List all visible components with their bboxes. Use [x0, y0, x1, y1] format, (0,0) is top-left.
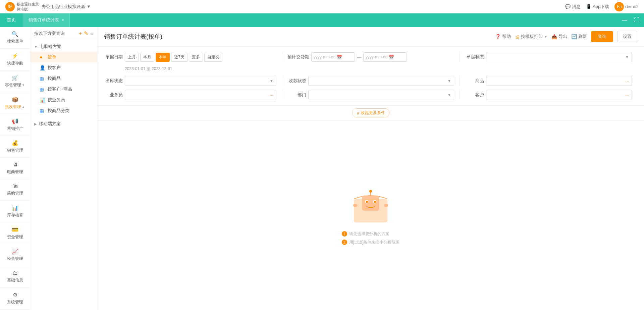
- logo-area: 好 畅捷通好生意 标准版: [5, 2, 39, 11]
- sidebar-item-sales[interactable]: 💰 销售管理: [0, 136, 30, 158]
- customer-dots[interactable]: ···: [625, 93, 629, 98]
- date-btn-custom[interactable]: 自定义: [204, 53, 222, 62]
- scheme-add-btn[interactable]: +: [79, 31, 82, 37]
- by-cust-goods-icon: ▦: [40, 87, 45, 92]
- main-layout: 🔍 搜索菜单 ⚡ 快捷导航 🛒 零售管理 ▼ 📦 批发管理 ▲ 📢 营销推广: [0, 27, 644, 310]
- search-icon: 🔍: [12, 31, 18, 37]
- tab-bar: 首页 销售订单统计表 × — ⛶: [0, 13, 644, 27]
- scheme-item-by-salesman[interactable]: 📊 按业务员: [30, 95, 97, 105]
- tab-bar-right: — ⛶: [620, 15, 644, 25]
- sidebar-item-search[interactable]: 🔍 搜索菜单: [0, 27, 30, 49]
- sales-icon: 💰: [12, 140, 18, 146]
- sidebar-item-finance[interactable]: 💳 资金管理: [0, 222, 30, 244]
- scheme-panel-header: 按以下方案查询 + ✎ «: [30, 27, 97, 40]
- operation-icon: 📈: [12, 248, 18, 255]
- sidebar-item-system[interactable]: ⚙ 系统管理: [0, 288, 30, 309]
- refresh-icon: 🔄: [571, 34, 577, 39]
- expected-date-start[interactable]: yyyy-mm-dd 📅: [311, 52, 355, 62]
- scheme-edit-btn[interactable]: ✎: [84, 30, 88, 37]
- collapse-arrow-icon: ∧: [357, 111, 360, 115]
- tab-maximize-icon[interactable]: ⛶: [632, 15, 641, 25]
- scheme-item-by-goods[interactable]: ▦ 按商品: [30, 73, 97, 84]
- refresh-btn[interactable]: 🔄 刷新: [571, 34, 587, 40]
- goods-input[interactable]: ···: [486, 76, 632, 86]
- app-download-btn[interactable]: 📱 App下载: [586, 4, 609, 10]
- content-area: 按以下方案查询 + ✎ « ▼ 电脑端方案 ● 按单 👤 按客户: [30, 27, 644, 310]
- template-print-btn[interactable]: 🖨 按模板打印 ▼: [515, 34, 547, 40]
- sidebar-item-wholesale[interactable]: 📦 批发管理 ▲: [0, 92, 30, 114]
- breadcrumb[interactable]: 办公用品行业模拟账套 ▼: [42, 4, 91, 10]
- help-icon: ❓: [495, 34, 501, 39]
- hint-num-2: 2: [342, 240, 347, 245]
- export-btn[interactable]: 📤 导出: [551, 34, 567, 40]
- date-btn-this-month[interactable]: 本月: [140, 53, 154, 62]
- status-select[interactable]: ▼: [486, 52, 632, 62]
- scheme-item-by-order[interactable]: ● 按单: [30, 52, 97, 62]
- message-btn[interactable]: 💬 消息: [565, 4, 581, 10]
- top-header: 好 畅捷通好生意 标准版 办公用品行业模拟账套 ▼ 💬 消息 📱 App下载 E…: [0, 0, 644, 13]
- settings-button[interactable]: 设置: [617, 31, 637, 42]
- receipt-select[interactable]: ▼: [308, 76, 454, 86]
- date-btn-this-year[interactable]: 本年: [156, 53, 170, 62]
- sidebar-item-marketing[interactable]: 📢 营销推广: [0, 114, 30, 136]
- logo-icon: 好: [5, 2, 15, 11]
- expected-date-end[interactable]: yyyy-mm-dd 📅: [363, 52, 407, 62]
- by-salesman-icon: 📊: [40, 97, 45, 103]
- query-button[interactable]: 查询: [591, 31, 613, 42]
- scheme-group-pc-label: 电脑端方案: [40, 44, 61, 50]
- tab-home[interactable]: 首页: [0, 13, 23, 27]
- customer-col: 客户 ···: [460, 90, 637, 100]
- scheme-panel: 按以下方案查询 + ✎ « ▼ 电脑端方案 ● 按单 👤 按客户: [30, 27, 97, 310]
- salesman-label: 业务员: [104, 92, 123, 98]
- page-actions: ❓ 帮助 🖨 按模板打印 ▼ 📤 导出 🔄: [495, 31, 637, 42]
- salesman-dots[interactable]: ···: [270, 93, 273, 98]
- sidebar-item-shortcut[interactable]: ⚡ 快捷导航: [0, 49, 30, 70]
- status-col: 单据状态 ▼: [460, 52, 637, 62]
- avatar: Ea: [614, 2, 624, 11]
- hint-1: 1 请先选择要分析的方案: [342, 231, 400, 237]
- scheme-group-pc-header[interactable]: ▼ 电脑端方案: [30, 42, 97, 52]
- system-icon: ⚙: [13, 292, 17, 298]
- sidebar-item-basic[interactable]: 🗂 基础信息: [0, 266, 30, 288]
- tab-minimize-icon[interactable]: —: [620, 15, 629, 25]
- department-label: 部门: [287, 92, 306, 98]
- scheme-item-by-category[interactable]: ▦ 按商品分类: [30, 105, 97, 116]
- sidebar-item-retail[interactable]: 🛒 零售管理 ▼: [0, 70, 30, 92]
- scheme-item-by-customer[interactable]: 👤 按客户: [30, 62, 97, 73]
- wholesale-icon: 📦: [12, 96, 18, 103]
- user-area[interactable]: Ea demo2: [614, 2, 639, 11]
- delivery-select[interactable]: ▼: [125, 76, 276, 86]
- export-icon: 📤: [551, 34, 557, 39]
- by-customer-icon: 👤: [40, 65, 45, 70]
- sidebar-item-ecom[interactable]: 🖥 电商管理: [0, 158, 30, 179]
- department-arrow: ▼: [447, 93, 451, 97]
- calendar-icon-end: 📅: [389, 55, 394, 60]
- scheme-collapse-btn[interactable]: «: [90, 31, 93, 36]
- help-btn[interactable]: ❓ 帮助: [495, 34, 511, 40]
- scheme-group-mobile-header[interactable]: ▶ 移动端方案: [30, 119, 97, 129]
- tab-close-btn[interactable]: ×: [62, 18, 64, 22]
- scheme-item-by-cust-goods[interactable]: ▦ 按客户+商品: [30, 84, 97, 95]
- svg-point-4: [366, 201, 368, 203]
- department-select[interactable]: ▼: [308, 90, 454, 100]
- print-arrow-icon: ▼: [544, 35, 547, 39]
- customer-input[interactable]: ···: [486, 90, 632, 100]
- goods-label: 商品: [465, 78, 484, 84]
- collapse-more-btn[interactable]: ∧ 收起更多条件: [352, 108, 389, 117]
- status-select-arrow: ▼: [625, 55, 629, 59]
- date-label: 单据日期: [104, 54, 123, 60]
- tab-sales-order[interactable]: 销售订单统计表 ×: [23, 13, 70, 27]
- date-btn-last-month[interactable]: 上月: [125, 53, 139, 62]
- salesman-input[interactable]: ···: [125, 90, 276, 100]
- status-label: 单据状态: [465, 54, 484, 60]
- sidebar-item-purchase[interactable]: 🛍 采购管理: [0, 179, 30, 201]
- page-title: 销售订单统计表(按单): [104, 33, 162, 41]
- date-range-row: 2023-01-01 至 2023-12-31: [104, 66, 637, 72]
- breadcrumb-text: 办公用品行业模拟账套: [42, 4, 85, 10]
- sidebar-item-operation[interactable]: 📈 经营管理: [0, 244, 30, 266]
- date-btn-more[interactable]: 更多: [189, 53, 203, 62]
- header-left: 好 畅捷通好生意 标准版 办公用品行业模拟账套 ▼: [5, 2, 91, 11]
- date-btn-7days[interactable]: 近7天: [171, 53, 187, 62]
- sidebar-item-inventory[interactable]: 📊 库存核算: [0, 201, 30, 222]
- goods-dots[interactable]: ···: [625, 79, 629, 84]
